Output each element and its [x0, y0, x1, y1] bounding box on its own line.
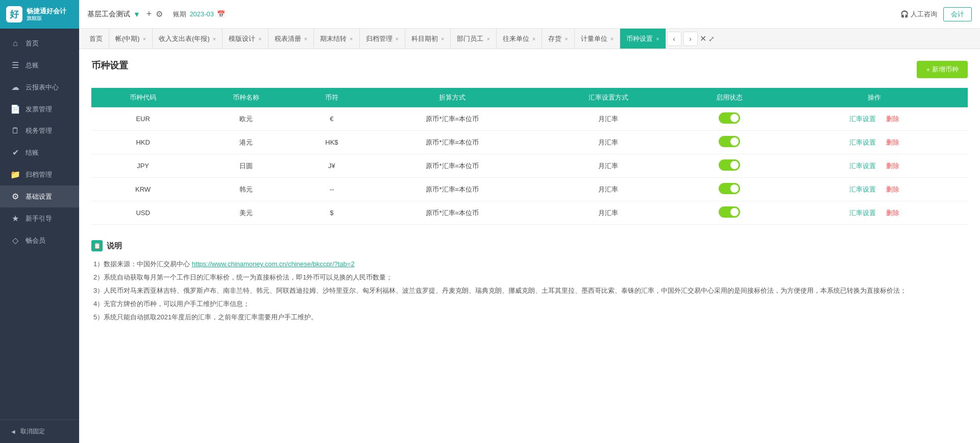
tab-subject[interactable]: 科目期初 ×	[405, 29, 451, 49]
tab-inventory[interactable]: 存货 ×	[542, 29, 574, 49]
tab-department-close[interactable]: ×	[486, 36, 489, 42]
tab-subject-close[interactable]: ×	[441, 36, 444, 42]
content-area: 币种设置 + 新增币种 币种代码 币种名称 币符 折算方式 汇率设置方式 启用状…	[79, 49, 980, 443]
rate-setting-link-USD[interactable]: 汇率设置	[849, 209, 876, 217]
tab-income-label: 收入支出表(年报)	[159, 34, 210, 43]
tab-next-btn[interactable]: ›	[683, 32, 698, 46]
sidebar-item-label: 首页	[26, 39, 39, 48]
sidebar-item-tax[interactable]: 🗒 税务管理	[0, 120, 79, 142]
service-label: 人工咨询	[911, 10, 937, 19]
tab-home[interactable]: 首页	[83, 29, 109, 49]
chinamoney-link[interactable]: https://www.chinamoney.com.cn/chinese/bk…	[192, 260, 355, 268]
home-icon: ⌂	[10, 39, 20, 48]
new-btn-label: 新增币种	[932, 65, 959, 74]
cell-status	[678, 107, 781, 131]
expand-icon[interactable]: ⤢	[708, 35, 715, 43]
close-all-tabs-icon[interactable]: ✕	[700, 34, 706, 43]
toggle-HKD[interactable]	[719, 136, 740, 147]
tab-period-close[interactable]: ×	[143, 36, 146, 42]
rate-setting-link-HKD[interactable]: 汇率设置	[849, 138, 876, 146]
tab-tax-label: 税表清册	[275, 34, 301, 43]
toggle-JPY[interactable]	[719, 159, 740, 171]
sidebar-item-member[interactable]: ◇ 畅会员	[0, 229, 79, 251]
tab-unit-close[interactable]: ×	[610, 36, 614, 42]
sidebar-item-ledger[interactable]: ☰ 总账	[0, 54, 79, 76]
tab-income[interactable]: 收入支出表(年报) ×	[153, 29, 223, 49]
tab-currency-close[interactable]: ×	[656, 36, 659, 42]
tab-archive[interactable]: 归档管理 ×	[360, 29, 405, 49]
tab-inventory-close[interactable]: ×	[565, 36, 568, 42]
archive-icon: 📁	[10, 170, 20, 179]
user-role-button[interactable]: 会计	[943, 7, 972, 21]
currency-table: 币种代码 币种名称 币符 折算方式 汇率设置方式 启用状态 操作 EUR 欧元 …	[91, 88, 968, 225]
sidebar-item-archive[interactable]: 📁 归档管理	[0, 164, 79, 185]
delete-link-EUR[interactable]: 删除	[886, 115, 899, 123]
main-area: 基层工会测试 ▼ + ⚙ 账期 2023-03 📅 🎧 人工咨询 会计 首页 帐…	[79, 0, 980, 443]
delete-link-HKD[interactable]: 删除	[886, 138, 899, 146]
tab-period[interactable]: 帐(中期) ×	[109, 29, 153, 49]
tab-currency[interactable]: 币种设置 ×	[620, 29, 666, 49]
cell-rate: 月汇率	[539, 107, 677, 131]
sidebar-item-guide[interactable]: ★ 新手引导	[0, 207, 79, 229]
sidebar-item-label: 结账	[26, 148, 39, 157]
tab-partner-close[interactable]: ×	[532, 36, 535, 42]
tab-period-label: 帐(中期)	[115, 34, 140, 43]
cell-code: KRW	[91, 178, 194, 201]
new-currency-button[interactable]: + 新增币种	[917, 61, 968, 78]
sidebar-footer[interactable]: ◄ 取消固定	[0, 419, 79, 443]
delete-link-KRW[interactable]: 删除	[886, 185, 899, 193]
notes-item: 2）系统自动获取每月第一个工作日的汇率标价，统一为直接标价法，即1外币可以兑换的…	[91, 271, 968, 284]
tab-template[interactable]: 模版设计 ×	[223, 29, 268, 49]
sidebar-nav: ⌂ 首页 ☰ 总账 ☁ 云报表中心 📄 发票管理 🗒 税务管理 ✔ 结账 📁 归…	[0, 29, 79, 419]
toggle-KRW[interactable]	[719, 183, 740, 194]
sidebar-item-report[interactable]: ☁ 云报表中心	[0, 76, 79, 98]
sidebar-item-settings[interactable]: ⚙ 基础设置	[0, 185, 79, 207]
tab-period-end[interactable]: 期末结转 ×	[314, 29, 359, 49]
delete-link-JPY[interactable]: 删除	[886, 162, 899, 170]
headset-icon: 🎧	[900, 10, 909, 18]
notes-title-text: 说明	[107, 241, 122, 251]
tab-tax-close[interactable]: ×	[304, 36, 307, 42]
cell-code: EUR	[91, 107, 194, 131]
logo-text: 畅捷通好会计 旗舰版	[27, 7, 66, 21]
settings-gear-icon[interactable]: ⚙	[156, 9, 163, 19]
table-row: HKD 港元 HK$ 原币*汇率=本位币 月汇率 汇率设置 删除	[91, 131, 968, 154]
logo-main: 畅捷通好会计	[27, 7, 66, 15]
service-button[interactable]: 🎧 人工咨询	[900, 10, 937, 19]
cell-actions: 汇率设置 删除	[781, 178, 968, 201]
tab-subject-label: 科目期初	[411, 34, 438, 43]
logo-sub: 旗舰版	[27, 15, 66, 21]
tab-income-close[interactable]: ×	[213, 36, 216, 42]
tab-period-end-close[interactable]: ×	[350, 36, 353, 42]
tab-archive-close[interactable]: ×	[396, 36, 399, 42]
add-tab-icon[interactable]: +	[146, 9, 152, 19]
invoice-icon: 📄	[10, 104, 20, 114]
rate-setting-link-JPY[interactable]: 汇率设置	[849, 162, 876, 170]
sidebar-item-checkout[interactable]: ✔ 结账	[0, 142, 79, 164]
rate-setting-link-KRW[interactable]: 汇率设置	[849, 185, 876, 193]
tab-prev-btn[interactable]: ‹	[667, 32, 681, 46]
tab-partner[interactable]: 往来单位 ×	[497, 29, 542, 49]
tab-template-label: 模版设计	[229, 34, 255, 43]
sidebar-item-home[interactable]: ⌂ 首页	[0, 33, 79, 54]
sidebar: 好 畅捷通好会计 旗舰版 ⌂ 首页 ☰ 总账 ☁ 云报表中心 📄 发票管理 🗒 …	[0, 0, 79, 443]
toggle-USD[interactable]	[719, 206, 740, 218]
cell-name: 日圆	[194, 154, 298, 178]
rate-setting-link-EUR[interactable]: 汇率设置	[849, 115, 876, 123]
company-selector[interactable]: 基层工会测试 ▼	[87, 10, 140, 19]
notes-item: 5）系统只能自动抓取2021年度后的汇率，之前年度汇率需要用户手工维护。	[91, 311, 968, 324]
sidebar-item-invoice[interactable]: 📄 发票管理	[0, 98, 79, 120]
tab-tax[interactable]: 税表清册 ×	[268, 29, 314, 49]
tab-partner-label: 往来单位	[503, 34, 529, 43]
delete-link-USD[interactable]: 删除	[886, 209, 899, 217]
currency-table-wrap: 币种代码 币种名称 币符 折算方式 汇率设置方式 启用状态 操作 EUR 欧元 …	[91, 88, 968, 225]
sidebar-item-label: 税务管理	[26, 126, 52, 135]
calendar-icon[interactable]: 📅	[217, 10, 225, 18]
tab-unit[interactable]: 计量单位 ×	[575, 29, 620, 49]
toggle-EUR[interactable]	[719, 112, 740, 124]
cell-rate: 月汇率	[539, 154, 677, 178]
cell-status	[678, 201, 781, 225]
tab-department[interactable]: 部门员工 ×	[451, 29, 496, 49]
sidebar-footer-icon: ◄	[10, 428, 16, 435]
tab-template-close[interactable]: ×	[258, 36, 261, 42]
